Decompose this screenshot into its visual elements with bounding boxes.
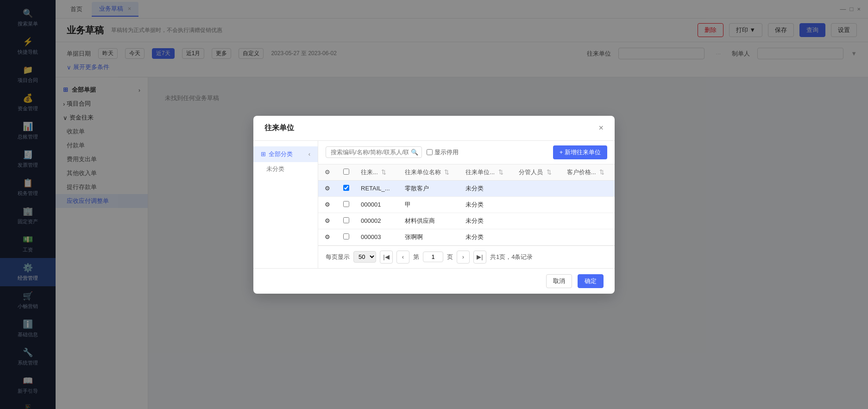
sort-icon[interactable]: ⇅ bbox=[381, 169, 386, 176]
row-settings[interactable]: ⚙ bbox=[318, 180, 337, 196]
row-checkbox[interactable] bbox=[337, 180, 355, 196]
dialog-table: ⚙ 往来... ⇅ 往来单位名称 ⇅ bbox=[318, 164, 615, 245]
col-manager-header: 分管人员 ⇅ bbox=[513, 164, 561, 181]
add-partner-button[interactable]: + 新增往来单位 bbox=[553, 145, 607, 159]
page-label: 第 bbox=[413, 253, 419, 261]
row-checkbox[interactable] bbox=[337, 229, 355, 245]
dialog-toolbar: 🔍 显示停用 + 新增往来单位 bbox=[318, 141, 615, 164]
page-first-button[interactable]: |◀ bbox=[380, 251, 393, 264]
row-manager bbox=[513, 213, 561, 229]
grid-icon: ⊞ bbox=[261, 151, 266, 157]
row-price bbox=[561, 196, 615, 213]
row-code: 000001 bbox=[355, 196, 399, 213]
dialog-right-content: 🔍 显示停用 + 新增往来单位 ⚙ bbox=[318, 141, 615, 268]
sort-icon[interactable]: ⇅ bbox=[498, 169, 503, 176]
show-disabled-label[interactable]: 显示停用 bbox=[427, 148, 459, 157]
select-all-checkbox[interactable] bbox=[343, 169, 349, 175]
search-icon: 🔍 bbox=[411, 149, 418, 156]
dialog-body: ⊞ 全部分类 ‹ 未分类 🔍 显示停用 bbox=[253, 141, 615, 268]
dialog-sidebar: ⊞ 全部分类 ‹ 未分类 bbox=[253, 141, 318, 268]
partner-search-input[interactable] bbox=[326, 146, 422, 158]
row-settings[interactable]: ⚙ bbox=[318, 196, 337, 213]
row-manager bbox=[513, 229, 561, 245]
row-name: 材料供应商 bbox=[399, 213, 460, 229]
row-category: 未分类 bbox=[460, 229, 513, 245]
table-row[interactable]: ⚙ 000001 甲 未分类 bbox=[318, 196, 615, 213]
dialog-header: 往来单位 × bbox=[253, 116, 615, 141]
cancel-button[interactable]: 取消 bbox=[546, 274, 572, 288]
col-category-header: 往来单位... ⇅ bbox=[460, 164, 513, 181]
sort-icon[interactable]: ⇅ bbox=[599, 169, 604, 176]
sidebar-collapse-icon[interactable]: ‹ bbox=[308, 151, 310, 157]
page-input[interactable]: 1 bbox=[423, 252, 443, 262]
per-page-label: 每页显示 bbox=[326, 253, 350, 261]
total-label: 共1页，4条记录 bbox=[490, 253, 533, 261]
page-prev-button[interactable]: ‹ bbox=[396, 251, 409, 264]
page-next-button[interactable]: › bbox=[457, 251, 470, 264]
row-name: 甲 bbox=[399, 196, 460, 213]
table-header-row: ⚙ 往来... ⇅ 往来单位名称 ⇅ bbox=[318, 164, 615, 181]
col-name-header: 往来单位名称 ⇅ bbox=[399, 164, 460, 181]
page-suffix: 页 bbox=[447, 253, 453, 261]
sort-icon[interactable]: ⇅ bbox=[444, 169, 449, 176]
row-checkbox[interactable] bbox=[337, 196, 355, 213]
search-wrap: 🔍 bbox=[326, 146, 422, 158]
row-category: 未分类 bbox=[460, 213, 513, 229]
dialog-sidebar-all[interactable]: ⊞ 全部分类 ‹ bbox=[253, 146, 318, 162]
show-disabled-checkbox[interactable] bbox=[427, 149, 433, 155]
dialog-footer: 取消 确定 bbox=[253, 268, 615, 294]
partner-dialog: 往来单位 × ⊞ 全部分类 ‹ 未分类 bbox=[253, 116, 615, 294]
row-name: 张啊啊 bbox=[399, 229, 460, 245]
page-last-button[interactable]: ▶| bbox=[473, 251, 486, 264]
table-row[interactable]: ⚙ RETAIL_... 零散客户 未分类 bbox=[318, 180, 615, 196]
row-checkbox[interactable] bbox=[337, 213, 355, 229]
table-row[interactable]: ⚙ 000002 材料供应商 未分类 bbox=[318, 213, 615, 229]
row-manager bbox=[513, 196, 561, 213]
dialog-title: 往来单位 bbox=[264, 123, 294, 133]
dialog-sidebar-uncategorized[interactable]: 未分类 bbox=[253, 162, 318, 176]
row-name: 零散客户 bbox=[399, 180, 460, 196]
dialog-overlay: 往来单位 × ⊞ 全部分类 ‹ 未分类 bbox=[0, 0, 868, 409]
row-category: 未分类 bbox=[460, 180, 513, 196]
row-manager bbox=[513, 180, 561, 196]
row-settings[interactable]: ⚙ bbox=[318, 229, 337, 245]
dialog-close-button[interactable]: × bbox=[598, 123, 604, 133]
per-page-select[interactable]: 50 bbox=[353, 251, 376, 263]
row-settings[interactable]: ⚙ bbox=[318, 213, 337, 229]
row-code: 000002 bbox=[355, 213, 399, 229]
confirm-button[interactable]: 确定 bbox=[578, 274, 604, 288]
col-price-header: 客户价格... ⇅ bbox=[561, 164, 615, 181]
row-price bbox=[561, 180, 615, 196]
row-code: RETAIL_... bbox=[355, 180, 399, 196]
row-code: 000003 bbox=[355, 229, 399, 245]
row-category: 未分类 bbox=[460, 196, 513, 213]
col-settings-header[interactable]: ⚙ bbox=[318, 164, 337, 181]
row-price bbox=[561, 213, 615, 229]
dialog-pagination: 每页显示 50 |◀ ‹ 第 1 页 › ▶| 共1页，4条记录 bbox=[318, 245, 615, 268]
col-code-header: 往来... ⇅ bbox=[355, 164, 399, 181]
partner-table: ⚙ 往来... ⇅ 往来单位名称 ⇅ bbox=[318, 164, 615, 245]
row-price bbox=[561, 229, 615, 245]
col-checkbox-header[interactable] bbox=[337, 164, 355, 181]
table-row[interactable]: ⚙ 000003 张啊啊 未分类 bbox=[318, 229, 615, 245]
sort-icon[interactable]: ⇅ bbox=[547, 169, 552, 176]
